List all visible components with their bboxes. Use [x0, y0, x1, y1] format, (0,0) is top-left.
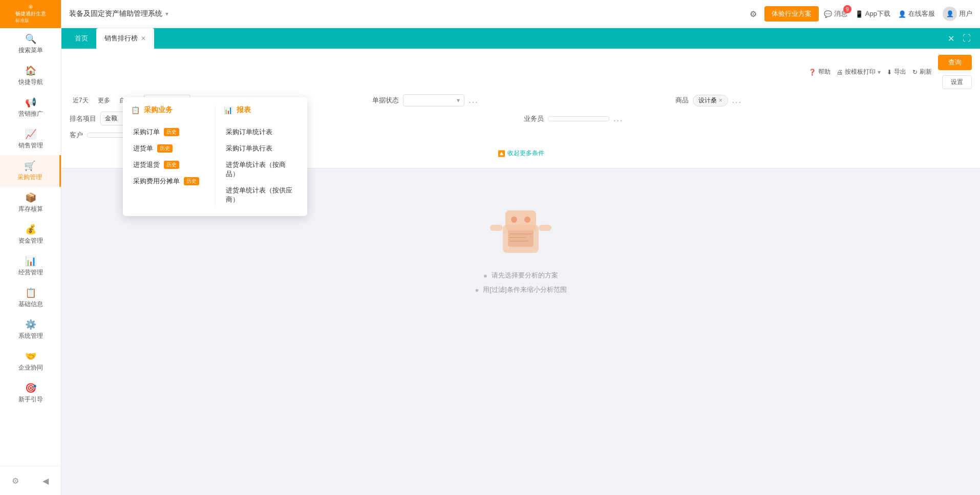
phone-icon: 📱 — [855, 10, 863, 18]
set-btn[interactable]: 设置 — [942, 75, 972, 89]
dropdown-item-order-exec[interactable]: 采购订单执行表 — [224, 140, 300, 157]
purchase-order-history-badge: 历史 — [164, 128, 179, 136]
sidebar-item-operations[interactable]: 📊 经营管理 — [0, 250, 61, 282]
goods-dots[interactable]: ... — [732, 96, 742, 105]
sidebar-item-label: 企业协同 — [18, 363, 43, 372]
tab-sales-rank[interactable]: 销售排行榜 ✕ — [96, 28, 154, 49]
sidebar-item-quicknav[interactable]: 🏠 快捷导航 — [0, 60, 61, 92]
sidebar-item-purchase[interactable]: 🛒 采购管理 — [0, 155, 61, 187]
sidebar-item-marketing[interactable]: 📢 营销推广 — [0, 92, 61, 123]
query-btn[interactable]: 查询 — [938, 55, 972, 70]
rank-item-value: 金额 — [105, 114, 117, 123]
empty-illustration — [485, 199, 557, 261]
date-option-7days[interactable]: 近7天 — [70, 95, 92, 106]
system-title-text: 装备及固定资产辅助管理系统 — [69, 9, 162, 18]
sidebar-logo: 6 畅捷通好生意 标准版 — [0, 0, 61, 28]
app-download-btn[interactable]: 📱 App下载 — [855, 9, 890, 18]
help-btn[interactable]: ❓ 帮助 — [808, 55, 830, 89]
dropdown-item-inbound-stats-goods[interactable]: 进货单统计表（按商品） — [224, 157, 300, 182]
sidebar-collapse-btn[interactable]: ◀ — [36, 471, 55, 490]
svg-point-6 — [524, 217, 530, 223]
date-option-more[interactable]: 更多 — [95, 95, 113, 106]
hint-text-2: 用[过滤]条件来缩小分析范围 — [483, 285, 566, 294]
header-right: 💬 消息 9 📱 App下载 👤 在线客服 👤 用户 — [824, 7, 972, 21]
purchase-title-text: 采购业务 — [144, 105, 173, 115]
collapse-up-icon: 🔼 — [498, 150, 505, 157]
svg-rect-4 — [505, 210, 536, 231]
order-status-dots[interactable]: ... — [468, 96, 478, 105]
user-btn[interactable]: 👤 用户 — [943, 7, 972, 21]
sidebar-settings-btn[interactable]: ⚙ — [6, 471, 25, 490]
empty-hint-1: ● 请先选择要分析的方案 — [483, 271, 558, 280]
purchase-icon: 🛒 — [24, 160, 35, 171]
dropdown-item-purchase-order[interactable]: 采购订单 历史 — [131, 124, 207, 140]
sidebar-item-enterprise[interactable]: 🤝 企业协同 — [0, 346, 61, 377]
inbound-stats-supplier-label: 进货单统计表（按供应商） — [226, 186, 297, 204]
dropdown-purchase-col: 📋 采购业务 采购订单 历史 进货单 历史 进货退货 历史 — [123, 105, 216, 208]
tab-close-all-btn[interactable]: ✕ — [944, 34, 958, 44]
order-status-label: 单据状态 — [372, 96, 399, 105]
print-btn[interactable]: 🖨 按模板打印 ▾ — [837, 55, 881, 89]
main-area: 装备及固定资产辅助管理系统 ▾ ⚙ 体验行业方案 💬 消息 9 📱 App下载 … — [61, 0, 980, 495]
dropdown-item-expense[interactable]: 采购费用分摊单 历史 — [131, 173, 207, 189]
industry-btn[interactable]: 体验行业方案 — [764, 6, 819, 21]
salesperson-select[interactable] — [548, 116, 609, 121]
export-icon: ⬇ — [887, 69, 892, 76]
enterprise-icon: 🤝 — [25, 351, 36, 362]
dropdown-item-return[interactable]: 进货退货 历史 — [131, 157, 207, 173]
dropdown-item-inbound[interactable]: 进货单 历史 — [131, 140, 207, 157]
online-service-btn[interactable]: 👤 在线客服 — [898, 9, 935, 18]
sidebar-item-basicinfo[interactable]: 📋 基础信息 — [0, 282, 61, 314]
print-chevron-icon: ▾ — [878, 69, 881, 76]
tab-home[interactable]: 首页 — [67, 28, 96, 49]
sidebar-item-label: 库存核算 — [18, 205, 43, 213]
tab-expand-btn[interactable]: ⛶ — [958, 34, 975, 43]
export-btn[interactable]: ⬇ 导出 — [887, 55, 906, 89]
home-icon: 🏠 — [25, 65, 36, 76]
help-label: 帮助 — [818, 68, 830, 76]
chevron-down-icon: ▾ — [165, 10, 168, 17]
sidebar-item-search[interactable]: 🔍 搜索菜单 — [0, 28, 61, 60]
sidebar-item-label: 营销推广 — [18, 110, 43, 118]
hint-circle-2: ● — [475, 286, 479, 294]
sidebar-item-label: 经营管理 — [18, 268, 43, 277]
sidebar-menu: 🔍 搜索菜单 🏠 快捷导航 📢 营销推广 📈 销售管理 🛒 采购管理 📦 库存核… — [0, 28, 61, 466]
filter-toolbar: ❓ 帮助 🖨 按模板打印 ▾ ⬇ 导出 ↻ 刷新 查询 — [70, 55, 972, 89]
sidebar-item-label: 销售管理 — [18, 141, 43, 150]
sidebar-item-label: 资金管理 — [18, 236, 43, 245]
sidebar-item-inventory[interactable]: 📦 库存核算 — [0, 187, 61, 219]
dropdown-columns: 📋 采购业务 采购订单 历史 进货单 历史 进货退货 历史 — [123, 105, 307, 208]
sidebar-item-sales[interactable]: 📈 销售管理 — [0, 123, 61, 155]
online-service-label: 在线客服 — [908, 9, 935, 18]
message-btn[interactable]: 💬 消息 9 — [824, 9, 847, 18]
svg-rect-11 — [539, 225, 551, 231]
purchase-order-label: 采购订单 — [133, 127, 160, 137]
salesperson-label: 业务员 — [524, 114, 544, 123]
print-label: 按模板打印 — [845, 68, 876, 76]
logo-icon: 6 — [23, 4, 39, 9]
basicinfo-icon: 📋 — [25, 287, 36, 298]
sidebar-item-label: 快捷导航 — [18, 78, 43, 87]
tab-close-icon[interactable]: ✕ — [141, 35, 146, 42]
return-history-badge: 历史 — [164, 161, 179, 169]
empty-svg — [485, 199, 557, 261]
sidebar-item-finance[interactable]: 💰 资金管理 — [0, 219, 61, 250]
refresh-btn[interactable]: ↻ 刷新 — [912, 55, 932, 89]
order-status-select[interactable]: ▾ — [403, 94, 464, 106]
sidebar-item-label: 采购管理 — [17, 173, 42, 182]
goods-tag-close-icon[interactable]: × — [719, 97, 722, 104]
sidebar-subtitle: 畅捷通好生意 标准版 — [15, 10, 46, 24]
dropdown-item-order-stats[interactable]: 采购订单统计表 — [224, 124, 300, 140]
header-settings-icon[interactable]: ⚙ — [747, 7, 759, 21]
sidebar-item-system[interactable]: ⚙️ 系统管理 — [0, 314, 61, 346]
salesperson-dots[interactable]: ... — [613, 114, 623, 123]
order-status-select-chevron: ▾ — [457, 97, 460, 104]
operations-icon: 📊 — [25, 255, 36, 267]
print-icon: 🖨 — [837, 69, 843, 76]
dropdown-item-inbound-stats-supplier[interactable]: 进货单统计表（按供应商） — [224, 182, 300, 208]
sidebar-item-newguide[interactable]: 🎯 新手引导 — [0, 377, 61, 409]
goods-tag[interactable]: 设计桑 × — [693, 95, 728, 106]
customer-label: 客户 — [70, 131, 83, 140]
inbound-stats-goods-label: 进货单统计表（按商品） — [226, 160, 297, 179]
finance-icon: 💰 — [25, 224, 36, 235]
